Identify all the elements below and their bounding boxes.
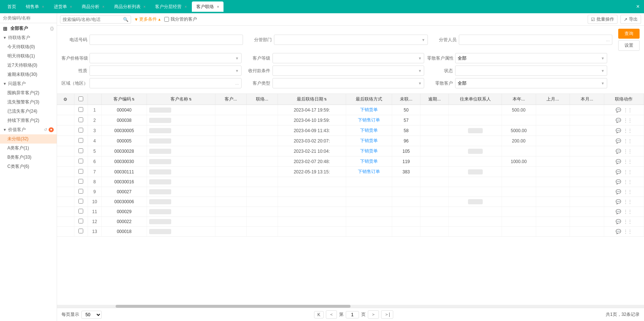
method-link[interactable]: 下销货单 — [360, 138, 378, 143]
cell-checkbox[interactable] — [74, 146, 88, 156]
col-settings[interactable]: ⚙ — [57, 94, 74, 105]
region-more[interactable]: ... — [89, 78, 242, 88]
more-icon[interactable]: ⋮⋮ — [623, 128, 632, 133]
cell-checkbox[interactable] — [74, 126, 88, 136]
col-this-month[interactable]: 本月... — [570, 94, 604, 105]
more-icon[interactable]: ⋮⋮ — [623, 138, 632, 144]
row-checkbox[interactable] — [78, 169, 83, 174]
message-icon[interactable]: 💬 — [616, 128, 621, 133]
col-not-contacted[interactable]: 未联... — [392, 94, 420, 105]
cell-checkbox[interactable] — [74, 177, 88, 187]
reset-button[interactable]: 设置 — [618, 40, 640, 51]
sidebar-item-today[interactable]: 今天待联络(0) — [0, 42, 57, 52]
col-customer-code[interactable]: 客户编码⇅ — [101, 94, 147, 105]
per-page-select[interactable]: 50 100 200 — [81, 311, 102, 319]
page-number-input[interactable] — [346, 311, 359, 318]
sidebar-item-b-class[interactable]: B类客户(33) — [0, 153, 57, 162]
cell-checkbox[interactable] — [74, 167, 88, 177]
tab-sales-close[interactable]: × — [42, 5, 44, 9]
nature-select[interactable]: ▼ — [89, 66, 242, 76]
price-level-select[interactable]: ▼ — [89, 53, 242, 63]
tab-customer-contact-close[interactable]: × — [217, 5, 219, 9]
cell-checkbox[interactable] — [74, 187, 88, 197]
more-icon[interactable]: ⋮⋮ — [623, 159, 632, 164]
row-checkbox[interactable] — [78, 189, 83, 194]
col-overdue[interactable]: 逾期... — [420, 94, 449, 105]
next-page-btn[interactable]: ＞ — [368, 310, 379, 319]
tab-product-list[interactable]: 商品分析列表 × — [110, 1, 150, 12]
message-icon[interactable]: 💬 — [616, 149, 621, 154]
message-icon[interactable]: 💬 — [616, 219, 621, 224]
more-icon[interactable]: ⋮⋮ — [623, 199, 632, 204]
message-icon[interactable]: 💬 — [616, 118, 621, 123]
sidebar-item-abnormal[interactable]: 囤购异常客户(2) — [0, 88, 57, 98]
tab-home[interactable]: 首页 — [3, 1, 21, 12]
more-icon[interactable]: ⋮⋮ — [623, 189, 632, 194]
more-icon[interactable]: ⋮⋮ — [623, 219, 632, 224]
cell-checkbox[interactable] — [74, 115, 88, 126]
cell-checkbox[interactable] — [74, 105, 88, 115]
sidebar-item-lost[interactable]: 已流失客户(24) — [0, 107, 57, 116]
col-customer-type[interactable]: 客户... — [215, 94, 246, 105]
refresh-icon[interactable]: ↺ — [44, 127, 47, 132]
cell-checkbox[interactable] — [74, 217, 88, 227]
payment-select[interactable]: ▼ — [272, 66, 425, 76]
message-icon[interactable]: 💬 — [616, 189, 621, 194]
col-unit-contact[interactable]: 往来单位联系人 — [449, 94, 502, 105]
sidebar-search-input[interactable] — [3, 15, 57, 21]
method-link[interactable]: 下销货单 — [360, 148, 378, 154]
row-checkbox[interactable] — [78, 138, 83, 143]
more-conditions-btn[interactable]: ▼ 更多条件 ▲ — [134, 16, 161, 22]
method-link[interactable]: 下销货单 — [360, 128, 378, 133]
select-all-checkbox[interactable] — [78, 96, 83, 101]
row-checkbox[interactable] — [78, 159, 83, 163]
message-icon[interactable]: 💬 — [616, 138, 621, 144]
message-icon[interactable]: 💬 — [616, 107, 621, 113]
export-btn[interactable]: ↗ 导出 — [620, 15, 641, 24]
sidebar-item-warning[interactable]: 流失预警客户(3) — [0, 98, 57, 107]
sidebar-item-c-class[interactable]: C类客户(6) — [0, 162, 57, 171]
cell-checkbox[interactable] — [74, 227, 88, 237]
batch-ops-btn[interactable]: ☑ 批量操作 — [588, 15, 617, 24]
tab-product-analysis-close[interactable]: × — [102, 5, 105, 9]
main-search-input[interactable] — [63, 17, 122, 22]
row-checkbox[interactable] — [78, 117, 83, 122]
more-icon[interactable]: ⋮⋮ — [623, 209, 632, 214]
scrollbar-thumb[interactable] — [116, 305, 351, 308]
col-contact[interactable]: 联络... — [246, 94, 278, 105]
sidebar-group-pending[interactable]: ▼ 待联络客户 — [0, 33, 57, 42]
tab-product-analysis[interactable]: 商品分析 × — [77, 1, 109, 12]
my-customers-checkbox[interactable] — [164, 17, 169, 22]
col-last-method[interactable]: 最后联络方式 — [346, 94, 392, 105]
sidebar-item-7days[interactable]: 近7天待联络(0) — [0, 61, 57, 70]
col-last-month[interactable]: 上月... — [536, 94, 570, 105]
tab-purchase-close[interactable]: × — [70, 5, 72, 9]
retail-customer-select[interactable]: 全部▼ — [455, 78, 607, 88]
phone-input[interactable] — [89, 35, 243, 45]
more-icon[interactable]: ⋮⋮ — [623, 229, 632, 234]
sidebar-item-a-class[interactable]: A类客户(1) — [0, 144, 57, 153]
manager-more[interactable]: ... — [459, 35, 612, 45]
status-select[interactable]: ▼ — [455, 66, 607, 76]
cell-checkbox[interactable] — [74, 197, 88, 207]
cell-checkbox[interactable] — [74, 207, 88, 217]
message-icon[interactable]: 💬 — [616, 199, 621, 204]
tab-product-list-close[interactable]: × — [144, 5, 146, 9]
col-customer-name[interactable]: 客户名称⇅ — [147, 94, 215, 105]
sidebar-collapse-icon[interactable]: ⟨⟩ — [50, 26, 54, 31]
row-checkbox[interactable] — [78, 219, 83, 223]
prev-page-btn[interactable]: ＜ — [326, 310, 337, 319]
tab-customer-segment-close[interactable]: × — [184, 5, 187, 9]
more-icon[interactable]: ⋮⋮ — [623, 107, 632, 113]
sidebar-item-declining[interactable]: 持续下滑客户(2) — [0, 116, 57, 125]
tab-customer-contact[interactable]: 客户联络 × — [192, 1, 224, 12]
more-icon[interactable]: ⋮⋮ — [623, 149, 632, 154]
query-button[interactable]: 查询 — [618, 29, 640, 39]
method-link[interactable]: 下销货单 — [360, 107, 378, 112]
dept-select[interactable]: ▼ — [274, 35, 427, 45]
message-icon[interactable]: 💬 — [616, 229, 621, 234]
more-icon[interactable]: ⋮⋮ — [623, 179, 632, 184]
row-checkbox[interactable] — [78, 209, 83, 214]
row-checkbox[interactable] — [78, 128, 83, 133]
cell-checkbox[interactable] — [74, 136, 88, 146]
